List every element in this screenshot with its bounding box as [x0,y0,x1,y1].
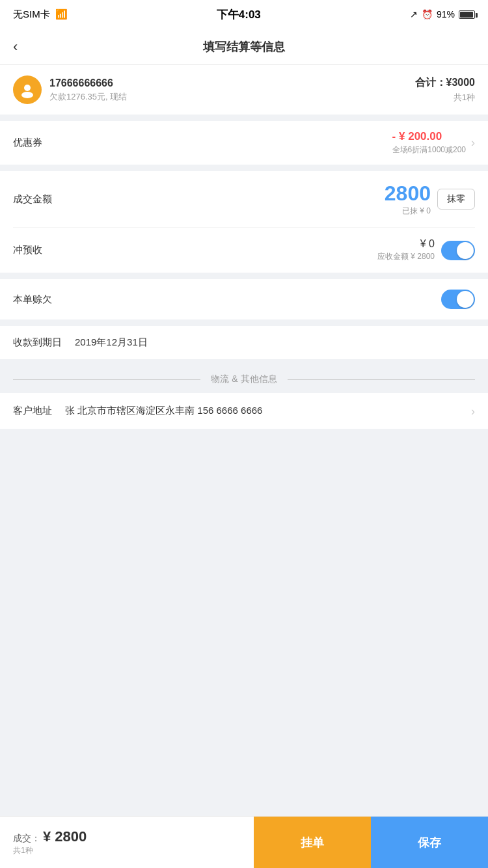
due-date-row: 收款到期日 2019年12月31日 [0,326,488,359]
bottom-deal-amount: ¥ 2800 [43,828,87,845]
svg-point-1 [21,92,33,98]
battery-percent: 91% [437,9,455,20]
round-button[interactable]: 抹零 [437,189,475,210]
battery-icon [459,10,475,19]
toggle-knob [457,242,474,259]
location-icon: ↗ [410,9,418,20]
logistics-header: 物流 & 其他信息 [0,366,488,393]
due-date-value: 2019年12月31日 [75,336,148,349]
credit-toggle-knob [457,291,474,308]
status-left: 无SIM卡 📶 [13,8,68,21]
coupon-right: - ¥ 200.00 全场6折满1000减200 › [392,130,475,156]
customer-left: 17666666666 欠款1276.35元, 现结 [13,75,127,104]
address-row[interactable]: 客户地址 张 北京市市辖区海淀区永丰南 156 6666 6666 › [0,393,488,429]
customer-right: 合计：¥3000 共1种 [415,76,476,103]
back-button[interactable]: ‹ [13,38,18,55]
bottom-deal-line: 成交： ¥ 2800 [13,828,241,845]
alarm-icon: ⏰ [422,9,433,20]
address-label: 客户地址 [13,403,52,417]
nav-bar: ‹ 填写结算等信息 [0,29,488,65]
customer-phone: 17666666666 [49,77,127,89]
pending-button[interactable]: 挂单 [254,817,371,869]
page-title: 填写结算等信息 [203,39,285,55]
address-chevron-icon: › [471,403,475,418]
total-count: 共1种 [415,92,476,103]
bottom-bar: 成交： ¥ 2800 共1种 挂单 保存 [0,816,488,868]
credit-label: 本单赊欠 [13,293,52,306]
customer-info: 17666666666 欠款1276.35元, 现结 [49,77,127,103]
advance-right: ¥ 0 应收金额 ¥ 2800 [377,238,475,262]
deal-right: 2800 已抹 ¥ 0 抹零 [385,182,475,217]
content: 17666666666 欠款1276.35元, 现结 合计：¥3000 共1种 … [0,65,488,487]
credit-toggle[interactable] [441,290,475,309]
logistics-title: 物流 & 其他信息 [211,373,277,385]
deal-amount-col: 2800 已抹 ¥ 0 [385,182,431,217]
deal-label: 成交金额 [13,193,52,206]
deal-amount-row: 成交金额 2800 已抹 ¥ 0 抹零 [13,171,475,228]
status-bar: 无SIM卡 📶 下午4:03 ↗ ⏰ 91% [0,0,488,29]
due-date-label: 收款到期日 [13,336,62,349]
bottom-info: 成交： ¥ 2800 共1种 [0,828,254,856]
coupon-label: 优惠券 [13,137,42,149]
wifi-icon: 📶 [55,8,68,20]
deal-sub: 已抹 ¥ 0 [385,206,431,217]
coupon-discount: - ¥ 200.00 [392,130,466,143]
advance-amount: ¥ 0 [377,238,435,250]
deal-amount: 2800 [385,182,431,206]
status-time: 下午4:03 [217,7,261,22]
bottom-deal-label: 成交： [13,833,40,845]
advance-sub: 应收金额 ¥ 2800 [377,251,435,262]
amount-section: 成交金额 2800 已抹 ¥ 0 抹零 冲预收 ¥ 0 应收金额 ¥ 2800 [0,171,488,273]
coupon-row[interactable]: 优惠券 - ¥ 200.00 全场6折满1000减200 › [0,121,488,165]
advance-toggle[interactable] [441,241,475,260]
logistics-line-right [288,379,475,380]
save-button[interactable]: 保存 [371,817,488,869]
chevron-right-icon: › [471,136,475,150]
status-right: ↗ ⏰ 91% [410,9,475,20]
advance-label: 冲预收 [13,244,42,256]
sim-label: 无SIM卡 [13,8,50,21]
credit-row: 本单赊欠 [0,279,488,319]
coupon-desc: 全场6折满1000减200 [392,144,466,156]
avatar [13,75,42,104]
address-value: 张 北京市市辖区海淀区永丰南 156 6666 6666 [65,403,466,418]
logistics-line-left [13,379,200,380]
bottom-count: 共1种 [13,845,241,856]
customer-row: 17666666666 欠款1276.35元, 现结 合计：¥3000 共1种 [0,65,488,115]
advance-info: ¥ 0 应收金额 ¥ 2800 [377,238,435,262]
total-amount: 合计：¥3000 [415,76,476,90]
coupon-info: - ¥ 200.00 全场6折满1000减200 [392,130,466,156]
customer-sub: 欠款1276.35元, 现结 [49,91,127,103]
svg-point-0 [24,85,31,91]
advance-row: 冲预收 ¥ 0 应收金额 ¥ 2800 [13,228,475,273]
